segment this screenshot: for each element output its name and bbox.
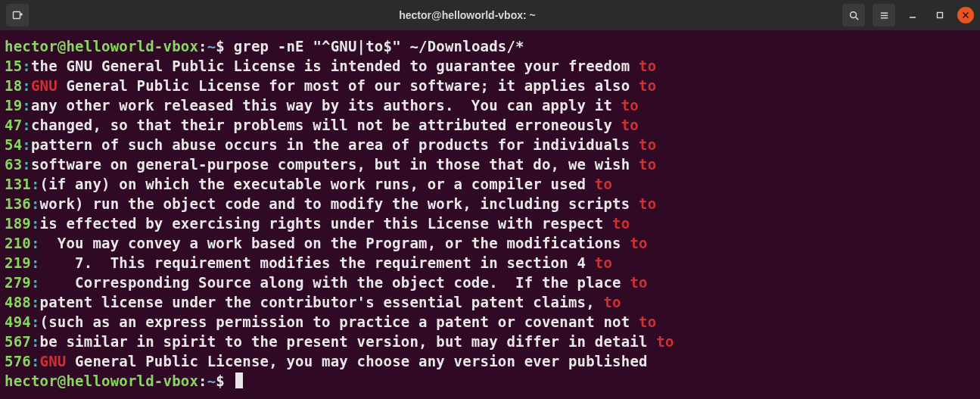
line-sep: : xyxy=(22,77,31,94)
line-number: 19 xyxy=(5,97,22,114)
prompt-user-host: hector@helloworld-vbox xyxy=(5,373,198,389)
cursor xyxy=(235,373,243,388)
output-line: 19:any other work released this way by i… xyxy=(5,95,975,115)
prompt-user-host: hector@helloworld-vbox xyxy=(5,38,198,55)
output-line: 488:patent license under the contributor… xyxy=(5,292,975,312)
line-number: 576 xyxy=(5,353,31,369)
match: GNU xyxy=(40,353,67,369)
match: to xyxy=(595,254,612,271)
line-number: 54 xyxy=(5,136,22,153)
line-number: 488 xyxy=(5,294,31,310)
output-line: 219: 7. This requirement modifies the re… xyxy=(5,253,975,273)
line-sep: : xyxy=(31,195,40,212)
output-line: 210: You may convey a work based on the … xyxy=(5,233,975,253)
match: to xyxy=(639,313,656,330)
terminal-area[interactable]: hector@helloworld-vbox:~$ grep -nE "^GNU… xyxy=(0,30,980,397)
match: to xyxy=(621,97,639,114)
match: to xyxy=(595,176,612,192)
output-line: 189:is effected by exercising rights und… xyxy=(5,214,975,233)
line-sep: : xyxy=(31,274,40,291)
match: to xyxy=(630,235,647,251)
match: to xyxy=(639,77,656,94)
match: to xyxy=(639,156,656,173)
match: to xyxy=(639,58,656,74)
match: to xyxy=(639,136,656,153)
minimize-icon xyxy=(908,11,917,20)
line-sep: : xyxy=(31,353,40,369)
line-number: 567 xyxy=(5,333,31,350)
svg-rect-0 xyxy=(14,12,20,19)
line-number: 136 xyxy=(5,195,31,212)
svg-rect-9 xyxy=(938,13,943,18)
output-line: 576:GNU General Public License, you may … xyxy=(5,351,975,371)
prompt-sigil: $ xyxy=(216,38,225,55)
command-text: grep -nE "^GNU|to$" ~/Downloads/* xyxy=(234,38,524,55)
line-number: 18 xyxy=(5,77,22,94)
line-sep: : xyxy=(31,176,40,192)
titlebar: hector@helloworld-vbox: ~ xyxy=(0,0,980,30)
line-sep: : xyxy=(22,58,31,74)
match: to xyxy=(639,195,656,212)
line-number: 219 xyxy=(5,254,31,271)
line-sep: : xyxy=(31,294,40,310)
window-title: hector@helloworld-vbox: ~ xyxy=(142,9,792,21)
line-number: 15 xyxy=(5,58,22,74)
output-line: 136:work) run the object code and to mod… xyxy=(5,194,975,214)
grep-output: 15:the GNU General Public License is int… xyxy=(5,56,975,371)
match: to xyxy=(603,294,621,310)
line-number: 494 xyxy=(5,313,31,330)
prompt-cwd: ~ xyxy=(207,38,216,55)
match: to xyxy=(656,333,674,350)
output-line: 63:software on general-purpose computers… xyxy=(5,154,975,174)
maximize-icon xyxy=(935,11,944,20)
line-sep: : xyxy=(31,235,40,251)
search-button[interactable] xyxy=(842,4,865,26)
prompt-sep: : xyxy=(198,373,207,389)
output-line: 18:GNU General Public License for most o… xyxy=(5,76,975,95)
line-number: 189 xyxy=(5,215,31,232)
line-number: 279 xyxy=(5,274,31,291)
prompt-sep: : xyxy=(198,38,207,55)
hamburger-icon xyxy=(879,10,890,21)
line-sep: : xyxy=(22,117,31,133)
minimize-button[interactable] xyxy=(903,5,922,25)
svg-point-3 xyxy=(850,11,856,17)
match: to xyxy=(630,274,647,291)
prompt-cwd: ~ xyxy=(207,373,216,389)
line-sep: : xyxy=(22,97,31,114)
close-icon xyxy=(962,11,969,19)
prompt-line: hector@helloworld-vbox:~$ xyxy=(5,371,975,391)
output-line: 15:the GNU General Public License is int… xyxy=(5,56,975,76)
line-sep: : xyxy=(31,254,40,271)
line-number: 63 xyxy=(5,156,22,173)
line-number: 47 xyxy=(5,117,22,133)
output-line: 47:changed, so that their problems will … xyxy=(5,115,975,135)
line-sep: : xyxy=(22,156,31,173)
new-tab-icon xyxy=(11,9,23,21)
line-sep: : xyxy=(31,215,40,232)
output-line: 279: Corresponding Source along with the… xyxy=(5,273,975,292)
close-button[interactable] xyxy=(957,7,974,23)
prompt-line: hector@helloworld-vbox:~$ grep -nE "^GNU… xyxy=(5,36,975,56)
search-icon xyxy=(848,10,860,21)
output-line: 567:be similar in spirit to the present … xyxy=(5,332,975,351)
match: to xyxy=(612,215,630,232)
line-sep: : xyxy=(22,136,31,153)
menu-button[interactable] xyxy=(873,4,895,26)
maximize-button[interactable] xyxy=(930,5,950,25)
line-sep: : xyxy=(31,313,40,330)
line-number: 131 xyxy=(5,176,31,192)
svg-line-4 xyxy=(855,17,858,20)
output-line: 131:(if any) on which the executable wor… xyxy=(5,174,975,194)
match: to xyxy=(621,117,639,133)
output-line: 494:(such as an express permission to pr… xyxy=(5,312,975,332)
line-sep: : xyxy=(31,333,40,350)
output-line: 54:pattern of such abuse occurs in the a… xyxy=(5,135,975,154)
line-number: 210 xyxy=(5,235,31,251)
match: GNU xyxy=(31,77,58,94)
prompt-sigil: $ xyxy=(216,373,225,389)
new-tab-button[interactable] xyxy=(6,4,29,26)
